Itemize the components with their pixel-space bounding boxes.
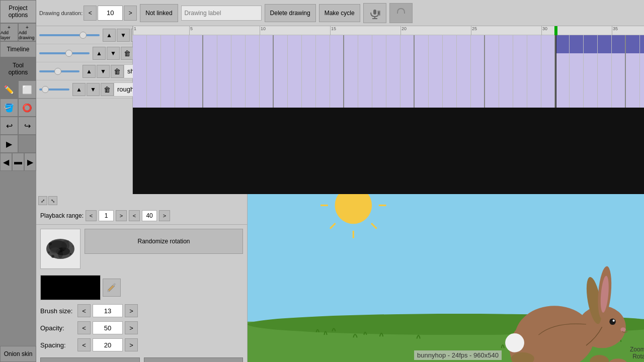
timeline-cell[interactable] <box>358 71 372 89</box>
timeline-cell[interactable] <box>189 71 203 89</box>
timeline-cell[interactable] <box>246 53 260 71</box>
audio-btn[interactable] <box>363 3 386 23</box>
undo-btn[interactable]: ↩ <box>0 117 18 135</box>
timeline-cell[interactable] <box>175 53 189 71</box>
layer-delete-btn[interactable]: 🗑 <box>111 65 124 78</box>
timeline-cell[interactable] <box>457 35 471 53</box>
layer-up-btn[interactable]: ▲ <box>83 65 96 78</box>
timeline-cell[interactable] <box>612 89 626 108</box>
timeline-cell[interactable] <box>485 71 499 89</box>
timeline-cell[interactable] <box>217 53 231 71</box>
timeline-cell[interactable] <box>640 53 644 71</box>
timeline-cell[interactable] <box>598 89 612 108</box>
timeline-cell[interactable] <box>471 89 485 108</box>
timeline-cell[interactable] <box>288 53 302 71</box>
timeline-btn[interactable]: Timeline <box>0 41 36 57</box>
timeline-cell[interactable] <box>133 89 147 108</box>
timeline-cell[interactable] <box>260 71 274 89</box>
timeline-cell[interactable] <box>217 35 231 53</box>
timeline-cell[interactable] <box>584 71 598 89</box>
timeline-cell[interactable] <box>457 53 471 71</box>
timeline-cell[interactable] <box>555 35 570 53</box>
timeline-cell[interactable] <box>147 35 161 53</box>
timeline-cell[interactable] <box>175 71 189 89</box>
timeline-grid[interactable]: Frame: 31/40 15101520253035 <box>133 26 644 194</box>
timeline-cell[interactable] <box>217 71 231 89</box>
timeline-cell[interactable] <box>175 35 189 53</box>
layer-opacity-slider[interactable] <box>39 34 100 36</box>
pb-start-next[interactable]: > <box>116 210 127 221</box>
timeline-cell[interactable] <box>175 89 189 108</box>
brush-size-inc[interactable]: > <box>125 304 138 317</box>
timeline-cell[interactable] <box>330 89 344 108</box>
timeline-cell[interactable] <box>400 71 415 89</box>
timeline-cell[interactable] <box>443 53 457 71</box>
timeline-cell[interactable] <box>626 89 640 108</box>
pb-start-prev[interactable]: < <box>86 210 97 221</box>
headphones-btn[interactable] <box>389 3 413 23</box>
timeline-cell[interactable] <box>372 89 386 108</box>
timeline-cell[interactable] <box>499 35 513 53</box>
timeline-cell[interactable] <box>513 53 527 71</box>
delete-drawing-btn[interactable]: Delete drawing <box>265 4 316 22</box>
timeline-cell[interactable] <box>513 71 527 89</box>
timeline-cell[interactable] <box>302 35 316 53</box>
timeline-row[interactable] <box>133 35 644 53</box>
duration-next-btn[interactable]: > <box>124 6 137 21</box>
spacing-val[interactable] <box>93 338 123 351</box>
timeline-row[interactable] <box>133 89 644 108</box>
layer-delete-btn[interactable]: 🗑 <box>121 47 134 60</box>
brush-size-dec[interactable]: < <box>77 304 91 317</box>
layer-down-btn[interactable]: ▼ <box>107 47 120 60</box>
timeline-cell[interactable] <box>316 35 330 53</box>
color-picker-btn[interactable] <box>103 279 121 297</box>
timeline-cell[interactable] <box>147 89 161 108</box>
timeline-cell[interactable] <box>372 35 386 53</box>
timeline-cell[interactable] <box>400 89 415 108</box>
timeline-cell[interactable] <box>133 53 147 71</box>
layer-opacity-slider[interactable] <box>39 52 90 54</box>
timeline-cell[interactable] <box>443 89 457 108</box>
duration-prev-btn[interactable]: < <box>84 6 97 21</box>
timeline-cell[interactable] <box>527 89 541 108</box>
timeline-cell[interactable] <box>147 71 161 89</box>
timeline-cell[interactable] <box>260 35 274 53</box>
randomize-btn[interactable]: Randomize rotation <box>85 229 243 254</box>
layer-down-btn[interactable]: ▼ <box>97 65 110 78</box>
timeline-cell[interactable] <box>260 53 274 71</box>
timeline-cell[interactable] <box>330 53 344 71</box>
timeline-cell[interactable] <box>386 53 400 71</box>
timeline-cell[interactable] <box>570 53 584 71</box>
timeline-cell[interactable] <box>358 89 372 108</box>
timeline-cell[interactable] <box>471 35 485 53</box>
timeline-cell[interactable] <box>316 71 330 89</box>
timeline-row[interactable] <box>133 71 644 89</box>
duration-input[interactable] <box>98 6 123 21</box>
layer-opacity-slider[interactable] <box>39 70 79 72</box>
timeline-cell[interactable] <box>499 71 513 89</box>
timeline-cell[interactable] <box>344 89 358 108</box>
timeline-cell[interactable] <box>499 89 513 108</box>
timeline-cell[interactable] <box>260 89 274 108</box>
timeline-cell[interactable] <box>612 35 626 53</box>
timeline-cell[interactable] <box>161 53 175 71</box>
timeline-cell[interactable] <box>400 35 415 53</box>
timeline-cell[interactable] <box>555 53 570 71</box>
timeline-cell[interactable] <box>640 89 644 108</box>
layers-btn[interactable]: ▬ <box>12 153 24 171</box>
timeline-cell[interactable] <box>415 89 429 108</box>
pb-end-val[interactable] <box>142 210 157 221</box>
timeline-cell[interactable] <box>457 71 471 89</box>
pb-end-prev[interactable]: < <box>129 210 140 221</box>
timeline-cell[interactable] <box>161 35 175 53</box>
timeline-cell[interactable] <box>203 71 217 89</box>
tool-options-btn[interactable]: Tool options <box>0 57 36 80</box>
timeline-cell[interactable] <box>598 71 612 89</box>
timeline-cell[interactable] <box>626 35 640 53</box>
timeline-cell[interactable] <box>626 53 640 71</box>
timeline-cell[interactable] <box>246 89 260 108</box>
timeline-cell[interactable] <box>246 35 260 53</box>
timeline-cell[interactable] <box>302 89 316 108</box>
timeline-cell[interactable] <box>471 53 485 71</box>
timeline-cell[interactable] <box>443 35 457 53</box>
